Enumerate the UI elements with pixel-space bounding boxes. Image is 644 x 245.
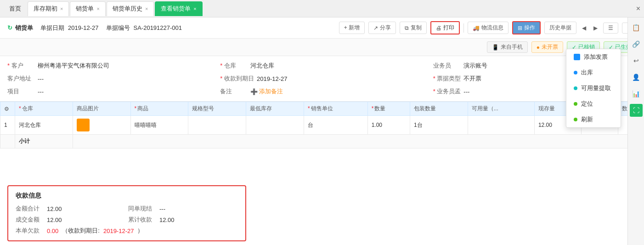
tab-sales-history[interactable]: 销货单历史 × xyxy=(107,1,154,16)
not-open-icon: ● xyxy=(537,44,540,51)
refresh-label: 刷新 xyxy=(581,115,593,124)
subtotal-label xyxy=(0,135,15,148)
cumulative-label: 累计收款 xyxy=(128,216,156,224)
customer-field: 客户 柳州粤港平安气体有限公司 xyxy=(7,62,211,70)
project-field: 项目 --- xyxy=(7,87,211,96)
total-amount-value: 12.00 xyxy=(47,205,62,212)
tab-sales-history-close[interactable]: × xyxy=(145,6,148,11)
logistics-label: 物流信息 xyxy=(481,24,503,32)
due-date-value: 2019-12-27 xyxy=(257,75,288,82)
sidebar-copy-icon[interactable]: 📋 xyxy=(630,21,643,34)
nav-next-arrow[interactable]: ▶ xyxy=(592,24,599,32)
same-order-row: 同单现结 --- xyxy=(128,205,238,213)
operations-dropdown: 添加发票 出库 可用量提取 定位 刷新 xyxy=(566,49,621,128)
transaction-label: 成交金额 xyxy=(16,216,43,224)
available-qty-icon xyxy=(574,86,577,90)
operations-button[interactable]: ⊞ 操作 xyxy=(512,21,541,34)
sidebar-expand-icon[interactable]: ⛶ xyxy=(630,104,643,117)
new-button[interactable]: + 新增 xyxy=(339,22,365,34)
tab-inventory[interactable]: 库存期初 × xyxy=(28,1,69,16)
doc-title: ↻ 销货单 xyxy=(7,24,33,32)
subtotal-row: 小计 xyxy=(0,135,644,148)
payment-info-grid: 金额合计 12.00 同单现结 --- 成交金额 12.00 累计收款 12.0… xyxy=(16,205,238,235)
salesperson-value: --- xyxy=(463,88,469,95)
sidebar-user-icon[interactable]: 👤 xyxy=(630,71,643,84)
tab-view-sales[interactable]: 查看销货单 × xyxy=(155,1,202,16)
note-label: 备注 xyxy=(220,87,248,96)
tab-bar: 首页 库存期初 × 销货单 × 销货单历史 × 查看销货单 × × xyxy=(0,0,644,17)
toolbar: + 新增 ↗ 分享 ⧉ 复制 🖨 打印 🚚 物流信息 ⊞ 操作 xyxy=(339,21,637,34)
share-label: 分享 xyxy=(380,24,391,32)
col-settings[interactable]: ⚙ xyxy=(0,102,15,116)
add-invoice-label: 添加发票 xyxy=(584,53,608,61)
dropdown-add-invoice[interactable]: 添加发票 xyxy=(566,49,621,65)
tab-sales[interactable]: 销货单 × xyxy=(70,1,105,16)
logistics-button[interactable]: 🚚 物流信息 xyxy=(468,22,508,34)
col-product: *商品 xyxy=(130,102,188,116)
row-sales-unit: 台 xyxy=(304,116,367,135)
balance-date: 2019-12-27 xyxy=(103,228,134,234)
doc-number-meta: 单据编号 SA-20191227-001 xyxy=(106,24,182,32)
cumulative-value: 12.00 xyxy=(159,217,175,223)
share-button[interactable]: ↗ 分享 xyxy=(368,22,396,34)
tab-sales-close[interactable]: × xyxy=(96,6,99,11)
print-button[interactable]: 🖨 打印 xyxy=(430,21,460,34)
copy-icon: ⧉ xyxy=(405,25,409,31)
row-product: 嘻嘻嘻嘻 xyxy=(130,116,188,135)
right-sidebar: 📋 🔗 ↩ 👤 📊 ⛶ xyxy=(627,17,644,245)
history-button[interactable]: 历史单据 xyxy=(544,22,576,34)
sales-order-icon: ↻ xyxy=(7,24,12,31)
tab-view-sales-close[interactable]: × xyxy=(193,6,196,11)
dropdown-refresh[interactable]: 刷新 xyxy=(566,112,621,127)
balance-row: 本单欠款 0.00 （收款到期日: 2019-12-27 ） xyxy=(16,227,238,235)
operations-label: 操作 xyxy=(524,24,535,32)
main-content: ↻ 销货单 单据日期 2019-12-27 单据编号 SA-20191227-0… xyxy=(0,17,644,245)
doc-date-meta: 单据日期 2019-12-27 xyxy=(40,24,99,32)
subtotal-values xyxy=(73,135,644,148)
table-container: ⚙ *仓库 商品图片 *商品 规格型号 最低库存 *销售单位 *数量 包装数量 … xyxy=(0,102,644,182)
from-phone-button[interactable]: 📱 来自手机 xyxy=(487,41,528,53)
refresh-icon xyxy=(574,118,577,121)
nav-prev-arrow[interactable]: ◀ xyxy=(580,24,588,32)
tab-sales-label: 销货单 xyxy=(76,5,94,13)
col-product-img: 商品图片 xyxy=(73,102,130,116)
transaction-value: 12.00 xyxy=(47,217,62,223)
invoice-icon xyxy=(574,54,580,60)
sidebar-return-icon[interactable]: ↩ xyxy=(630,54,643,67)
address-label: 客户地址 xyxy=(7,74,35,83)
product-image xyxy=(77,119,90,131)
col-min-stock: 最低库存 xyxy=(246,102,304,116)
note-add-label: 添加备注 xyxy=(259,87,283,96)
view-toggle-list[interactable]: ☰ xyxy=(603,23,618,34)
warehouse-label: 仓库 xyxy=(220,62,248,70)
payment-info-title: 收款信息 xyxy=(16,192,238,200)
dropdown-available-qty[interactable]: 可用量提取 xyxy=(566,80,621,96)
not-open-button[interactable]: ● 未开票 xyxy=(531,41,563,53)
col-warehouse: *仓库 xyxy=(15,102,73,116)
copy-button[interactable]: ⧉ 复制 xyxy=(400,22,427,34)
dropdown-locate[interactable]: 定位 xyxy=(566,96,621,112)
bill-type-value: 不开票 xyxy=(463,74,481,83)
col-pack-qty: 包装数量 xyxy=(410,102,468,116)
tab-inventory-close[interactable]: × xyxy=(60,6,63,11)
history-label: 历史单据 xyxy=(549,24,571,32)
add-note-button[interactable]: ➕ 添加备注 xyxy=(250,87,283,96)
locate-label: 定位 xyxy=(581,100,593,108)
balance-close: ） xyxy=(137,227,143,235)
dropdown-outbound[interactable]: 出库 xyxy=(566,65,621,80)
tab-sales-history-label: 销货单历史 xyxy=(113,5,142,13)
sidebar-link-icon[interactable]: 🔗 xyxy=(630,38,643,51)
same-order-label: 同单现结 xyxy=(128,205,156,213)
copy-label: 复制 xyxy=(411,24,422,32)
tab-inventory-label: 库存期初 xyxy=(34,5,57,13)
window-close-button[interactable]: × xyxy=(636,5,640,13)
row-qty: 1.00 xyxy=(367,116,410,135)
tab-view-sales-label: 查看销货单 xyxy=(161,5,191,13)
transaction-row: 成交金额 12.00 xyxy=(16,216,125,224)
sidebar-chart-icon[interactable]: 📊 xyxy=(630,87,643,100)
same-order-value: --- xyxy=(159,205,165,212)
row-warehouse: 河北仓库 xyxy=(15,116,73,135)
tab-home[interactable]: 首页 xyxy=(4,2,27,16)
subtotal-spacer: 小计 xyxy=(15,135,73,148)
note-field: 备注 ➕ 添加备注 xyxy=(220,87,424,96)
